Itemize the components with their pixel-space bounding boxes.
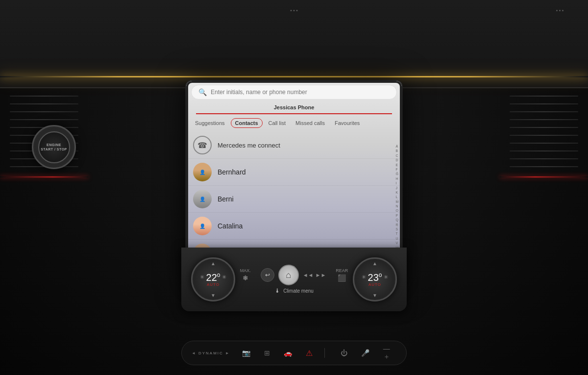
alpha-T[interactable]: T [395,232,399,236]
engine-start-button[interactable]: ENGINE START / STOP [38,131,70,163]
nav-controls-row: MAX. ❄ ↩ ⌂ ◄◄ ►► REAR ⬛ [240,265,348,285]
alpha-C[interactable]: C [395,154,399,158]
alpha-O[interactable]: O [395,209,399,213]
tab-call-list[interactable]: Call list [265,119,290,127]
engine-label-1: ENGINE [47,143,61,147]
top-dots-center [291,10,298,11]
fan-icon-right-2: ✳ [384,274,388,280]
alpha-V[interactable]: V [395,241,399,245]
engine-start-area: ENGINE START / STOP [29,123,78,172]
engine-label-2: START / STOP [41,147,67,151]
dynamic-label: ◄ DYNAMIC ► [192,351,230,355]
alpha-R[interactable]: R [395,223,399,227]
skip-back-button[interactable]: ◄◄ [303,272,314,278]
climate-menu-icon: 🌡 [274,287,280,294]
fan-icon-left-2: ✳ [222,274,226,280]
tab-suggestions[interactable]: Suggestions [191,119,229,127]
climate-knob-left[interactable]: ▲ ✳ 22o ✳ AUTO ▼ [191,257,235,301]
separator [324,348,329,358]
tab-favourites[interactable]: Favourites [331,119,364,127]
alpha-P[interactable]: P [395,214,399,218]
right-auto-label: AUTO [368,282,381,287]
tab-contacts[interactable]: Contacts [231,118,263,128]
engine-button-outer: ENGINE START / STOP [32,125,76,169]
camera-button[interactable]: 📷 [240,347,252,359]
alpha-L[interactable]: L [395,195,399,199]
mercedes-name: Mercedes me connect [218,142,280,149]
contact-berni[interactable]: 👤 Berni › [186,186,402,213]
rear-defrost-icon[interactable]: ⬛ [338,274,346,282]
media-controls: ◄◄ ►► [303,272,326,278]
fan-icon-left: ✳ [200,274,204,280]
temp-up-left-icon[interactable]: ▲ [211,261,216,266]
ambient-light-gold [0,76,588,77]
alpha-D[interactable]: D [395,158,399,162]
hazard-button[interactable]: ⚠ [304,347,315,360]
navigation-controls: ↩ ⌂ ◄◄ ►► [261,265,326,285]
alpha-K[interactable]: K [395,191,399,195]
contact-catalina[interactable]: 👤 Catalina › [186,213,402,240]
volume-slider[interactable]: — ＋ [381,343,396,363]
alpha-J[interactable]: J [395,186,399,190]
skip-fwd-button[interactable]: ►► [316,272,326,278]
search-icon: 🔍 [198,88,207,96]
mercedes-icon: ☎ [193,136,212,154]
phone-source-label: Jessicas Phone [196,103,392,114]
contact-name-berni: Berni [218,195,234,203]
power-button[interactable]: ⏻ [339,347,349,359]
rear-label: REAR [336,268,348,273]
car-button[interactable]: 🚗 [282,347,294,359]
alpha-H[interactable]: H [395,177,399,181]
avatar-berni: 👤 [193,190,212,208]
alpha-E[interactable]: E [395,163,399,167]
alpha-S[interactable]: S [395,227,399,231]
alpha-N[interactable]: N [395,204,399,208]
avatar-bernhard: 👤 [193,163,212,181]
right-temperature: 23o [368,272,382,282]
max-label: MAX. [240,268,251,273]
dynamic-arrow-right[interactable]: ► [225,351,230,355]
alpha-I[interactable]: I [395,181,399,185]
climate-center-controls: MAX. ❄ ↩ ⌂ ◄◄ ►► REAR ⬛ [235,265,353,294]
search-bar[interactable]: 🔍 [191,85,397,100]
dashboard-panel [0,0,588,88]
climate-menu-label[interactable]: Climate menu [283,288,314,294]
search-input[interactable] [211,89,390,96]
alpha-M[interactable]: M [395,200,399,204]
alpha-F[interactable]: F [395,168,399,172]
back-button[interactable]: ↩ [261,268,274,282]
tabs-row: Suggestions Contacts Call list Missed ca… [186,114,402,132]
home-button[interactable]: ⌂ [278,265,299,285]
mute-button[interactable]: 🎤 [359,347,371,359]
dynamic-text: DYNAMIC [198,351,223,355]
temp-up-right-icon[interactable]: ▲ [372,261,377,266]
alpha-U[interactable]: U [395,237,399,241]
alpha-G[interactable]: G [395,172,399,176]
temp-down-right-icon[interactable]: ▼ [372,293,377,298]
tab-missed-calls[interactable]: Missed calls [292,119,329,127]
contact-mercedes-me[interactable]: ☎ Mercedes me connect › [186,132,402,159]
avatar-catalina: 👤 [193,217,212,235]
hardware-button-bar: ◄ DYNAMIC ► 📷 ⊞ 🚗 ⚠ ⏻ 🎤 — ＋ [181,341,407,365]
fan-icon-right: ✳ [362,274,366,280]
vent-right [510,96,578,194]
left-temperature: 22o [206,272,220,282]
contact-bernhard[interactable]: 👤 Bernhard › [186,159,402,186]
contact-name-bernhard: Bernhard [218,168,246,176]
alpha-B[interactable]: B [395,149,399,153]
temp-down-left-icon[interactable]: ▼ [211,293,216,298]
contact-name-catalina: Catalina [218,222,243,230]
top-dots-right [556,10,564,11]
climate-controls-area: ▲ ✳ 22o ✳ AUTO ▼ MAX. ❄ ↩ ⌂ [181,248,407,311]
defrost-icon[interactable]: ❄ [243,274,248,282]
alpha-Q[interactable]: Q [395,218,399,222]
left-auto-label: AUTO [207,282,220,287]
dash-button[interactable]: ⊞ [262,347,272,359]
climate-menu-row: 🌡 Climate menu [274,287,314,294]
dynamic-arrow-left[interactable]: ◄ [192,351,196,355]
climate-knob-right[interactable]: ▲ ✳ 23o ✳ AUTO ▼ [353,257,397,301]
alpha-A[interactable]: A [395,145,399,149]
